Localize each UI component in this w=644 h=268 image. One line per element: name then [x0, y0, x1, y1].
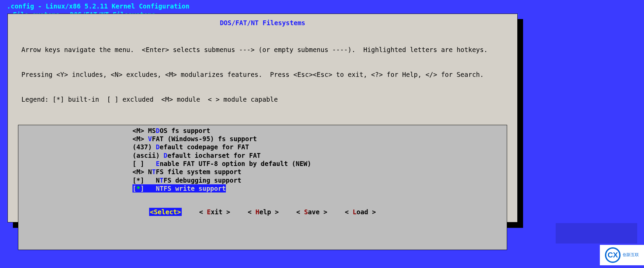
watermark-text: 创新互联: [623, 252, 639, 257]
option-ntfs[interactable]: <M> NTFS file system support: [18, 168, 507, 176]
config-title: .config - Linux/x86 5.2.11 Kernel Config…: [7, 2, 190, 10]
button-bar: <Select> < Exit > < Help > < Save > < Lo…: [8, 208, 517, 216]
watermark: CX 创新互联: [600, 245, 644, 265]
option-codepage[interactable]: (437) Default codepage for FAT: [18, 143, 507, 151]
save-button[interactable]: < Save >: [296, 208, 327, 216]
dialog-title: DOS/FAT/NT Filesystems: [8, 14, 517, 27]
option-msdos[interactable]: <M> MSDOS fs support: [18, 127, 507, 135]
help-text: Arrow keys navigate the menu. <Enter> se…: [8, 27, 517, 124]
option-vfat[interactable]: <M> VFAT (Windows-95) fs support: [18, 135, 507, 143]
select-button[interactable]: <Select>: [149, 208, 182, 216]
load-button[interactable]: < Load >: [345, 208, 376, 216]
help-button[interactable]: < Help >: [248, 208, 279, 216]
help-line: Pressing <Y> includes, <N> excludes, <M>…: [21, 70, 504, 79]
watermark-logo-icon: CX: [605, 247, 621, 263]
option-pane: <M> MSDOS fs support <M> VFAT (Windows-9…: [18, 125, 507, 250]
option-ntfs-debug[interactable]: [*] NTFS debugging support: [18, 176, 507, 184]
background-toolbar-ghost: [556, 223, 637, 244]
exit-button[interactable]: < Exit >: [199, 208, 230, 216]
help-line: Arrow keys navigate the menu. <Enter> se…: [21, 46, 504, 54]
option-ntfs-write[interactable]: [*] NTFS write support: [132, 184, 226, 192]
help-line: Legend: [*] built-in [ ] excluded <M> mo…: [21, 95, 504, 103]
option-fat-utf8[interactable]: [ ] Enable FAT UTF-8 option by default (…: [18, 160, 507, 168]
option-iocharset[interactable]: (ascii) Default iocharset for FAT: [18, 151, 507, 160]
menuconfig-dialog: DOS/FAT/NT Filesystems Arrow keys naviga…: [7, 14, 518, 222]
